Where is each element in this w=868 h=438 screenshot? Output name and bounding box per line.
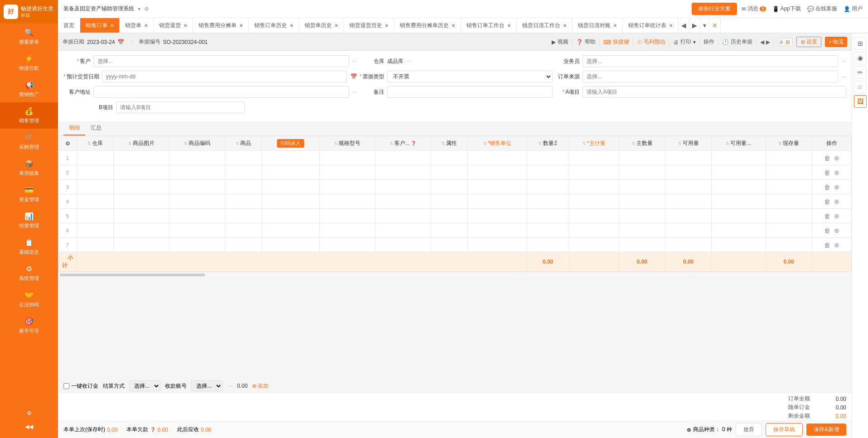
- solution-button[interactable]: 体验行业方案: [692, 3, 737, 15]
- customer-more-icon[interactable]: ···: [353, 58, 357, 64]
- remark-input[interactable]: [387, 86, 553, 98]
- tab-close-return-history[interactable]: ✕: [385, 23, 388, 28]
- tab-sales-slip[interactable]: 销货单 ✕: [120, 18, 154, 33]
- th-qty2[interactable]: ⇅数量2: [527, 136, 569, 151]
- customer-addr-input[interactable]: [93, 86, 349, 98]
- settings-icon[interactable]: ⚙: [144, 6, 149, 12]
- delivery-date-input[interactable]: [102, 71, 347, 82]
- right-panel-btn-3[interactable]: ✏: [854, 66, 867, 79]
- sidebar-item-finance[interactable]: 💳 资金管理: [0, 181, 58, 207]
- tab-slip-history[interactable]: 销货单历史 ✕: [299, 18, 344, 33]
- tab-close-expense-history[interactable]: ✕: [451, 23, 455, 28]
- tab-close-sales-return[interactable]: ✕: [184, 23, 187, 28]
- dropdown-arrow-icon[interactable]: ▾: [138, 6, 141, 12]
- sidebar-item-purchase[interactable]: 🛒 采购管理: [0, 129, 58, 155]
- delete-icon[interactable]: 🗑: [824, 241, 830, 249]
- print-dropdown-icon[interactable]: ▾: [693, 39, 696, 45]
- tab-close-order-history[interactable]: ✕: [290, 23, 293, 28]
- list-view-icon[interactable]: ≡: [780, 39, 783, 45]
- tab-nav-next[interactable]: ▶: [689, 18, 700, 33]
- scan-input-btn[interactable]: 扫码录入: [277, 139, 304, 148]
- sidebar-item-system[interactable]: ⚙ 系统管理: [0, 260, 58, 286]
- copy-icon[interactable]: ⊕: [834, 198, 839, 205]
- tab-close-sales-expense[interactable]: ✕: [239, 23, 243, 28]
- tab-close-slip-history[interactable]: ✕: [335, 23, 338, 28]
- sidebar-item-guide[interactable]: 🎯 新手引导: [0, 313, 58, 339]
- tab-detail[interactable]: 明细: [63, 121, 85, 135]
- th-spec[interactable]: ⇅规格型号: [319, 136, 375, 151]
- discard-button[interactable]: 放弃: [736, 423, 762, 436]
- sidebar-collapse[interactable]: ◀◀: [0, 420, 58, 433]
- th-customer-code[interactable]: ⇅客户...❓: [375, 136, 431, 151]
- grid-view-icon[interactable]: ⊞: [785, 39, 791, 45]
- salesperson-input[interactable]: [582, 55, 838, 67]
- th-available2[interactable]: ⇅可用量...: [712, 136, 766, 151]
- sidebar-item-basic[interactable]: 📋 基础信息: [0, 234, 58, 260]
- tab-cash-workbench[interactable]: 钱货日清工作台 ✕: [517, 18, 572, 33]
- right-panel-btn-1[interactable]: ⊞: [854, 37, 867, 50]
- tab-order-workbench[interactable]: 销售订单工作台 ✕: [461, 18, 517, 33]
- logistics-btn[interactable]: + 物流: [825, 37, 847, 47]
- help-btn[interactable]: ❓ 帮助: [576, 38, 596, 46]
- sidebar-item-search[interactable]: 🔍 搜索菜单: [0, 24, 58, 50]
- operations-btn[interactable]: 操作: [703, 38, 714, 46]
- sidebar-item-sales[interactable]: 💰 销售管理: [0, 102, 58, 129]
- tab-order-history[interactable]: 销售订单历史 ✕: [249, 18, 299, 33]
- tab-close-sales-slip[interactable]: ✕: [144, 23, 148, 28]
- online-service-btn[interactable]: 💬 在线客服: [807, 5, 837, 13]
- delete-icon[interactable]: 🗑: [824, 198, 830, 205]
- table-settings-icon[interactable]: ⚙: [65, 140, 70, 147]
- tab-close-order-workbench[interactable]: ✕: [507, 23, 511, 28]
- th-warehouse[interactable]: ⇅仓库: [77, 136, 114, 151]
- bank-no-select[interactable]: 选择...: [191, 380, 223, 391]
- invoice-type-select[interactable]: 不开票: [387, 71, 553, 82]
- add-payment-btn[interactable]: ⊕ 添加: [252, 382, 268, 390]
- customer-input[interactable]: [93, 55, 349, 67]
- tab-home[interactable]: 首页: [58, 18, 80, 33]
- th-code[interactable]: ⇅商品编码: [170, 136, 225, 151]
- save-new-button[interactable]: 保存&新增: [806, 424, 846, 436]
- history-btn[interactable]: 🕐 历史单据: [722, 38, 752, 46]
- tab-close-order-report[interactable]: ✕: [669, 23, 673, 28]
- bank-more-icon[interactable]: ···: [228, 383, 233, 389]
- order-source-more-icon[interactable]: ···: [842, 73, 846, 80]
- copy-icon[interactable]: ⊕: [834, 169, 839, 176]
- one-key-checkbox[interactable]: [63, 383, 69, 389]
- tab-close-all[interactable]: ✕: [709, 18, 721, 33]
- order-source-input[interactable]: [582, 71, 838, 82]
- project-b-input[interactable]: [116, 101, 245, 113]
- payment-method-select[interactable]: 选择...: [129, 380, 160, 391]
- delete-icon[interactable]: 🗑: [824, 227, 830, 234]
- app-download-btn[interactable]: 📱 App下载: [772, 5, 801, 13]
- tab-sales-return[interactable]: 销货退货 ✕: [154, 18, 193, 33]
- tab-sales-expense[interactable]: 销售费用分摊单 ✕: [193, 18, 249, 33]
- sidebar-settings[interactable]: ⚙: [0, 406, 58, 420]
- save-draft-button[interactable]: 保存草稿: [766, 423, 803, 436]
- sidebar-item-inventory[interactable]: 📦 库存核算: [0, 155, 58, 181]
- user-avatar[interactable]: 👤 用户: [844, 5, 863, 13]
- right-panel-btn-2[interactable]: ◉: [854, 52, 867, 64]
- project-a-input[interactable]: [582, 86, 846, 98]
- tab-nav-list[interactable]: ▾: [700, 18, 709, 33]
- right-panel-btn-5[interactable]: 🖼: [854, 95, 867, 108]
- view-btn[interactable]: ▶ 视频: [552, 38, 568, 46]
- tab-close-sales-order[interactable]: ✕: [110, 23, 114, 28]
- calendar-icon[interactable]: 📅: [117, 39, 124, 45]
- sidebar-item-enterprise[interactable]: 🤝 企业协同: [0, 286, 58, 313]
- profit-btn[interactable]: ☉ 毛利预估: [637, 38, 665, 46]
- tab-expense-history[interactable]: 销售费用分摊单历史 ✕: [394, 18, 461, 33]
- right-panel-btn-4[interactable]: ☆: [854, 81, 867, 93]
- sidebar-item-nav[interactable]: ⚡ 快捷导航: [0, 50, 58, 76]
- th-settings[interactable]: ⚙: [58, 136, 77, 151]
- copy-icon[interactable]: ⊕: [834, 212, 839, 220]
- delete-icon[interactable]: 🗑: [824, 154, 830, 162]
- copy-icon[interactable]: ⊕: [834, 241, 839, 249]
- copy-icon[interactable]: ⊕: [834, 183, 839, 191]
- copy-icon[interactable]: ⊕: [834, 154, 839, 162]
- tab-order-report[interactable]: 销售订单统计表 ✕: [623, 18, 679, 33]
- prev-record-icon[interactable]: ◀: [760, 39, 764, 45]
- delivery-calendar-icon[interactable]: 📅: [350, 73, 357, 80]
- th-product[interactable]: ⇅商品: [225, 136, 262, 151]
- tab-sales-order[interactable]: 销售订单 ✕: [80, 18, 120, 33]
- th-main-unit[interactable]: ⇅*主计量: [569, 136, 619, 151]
